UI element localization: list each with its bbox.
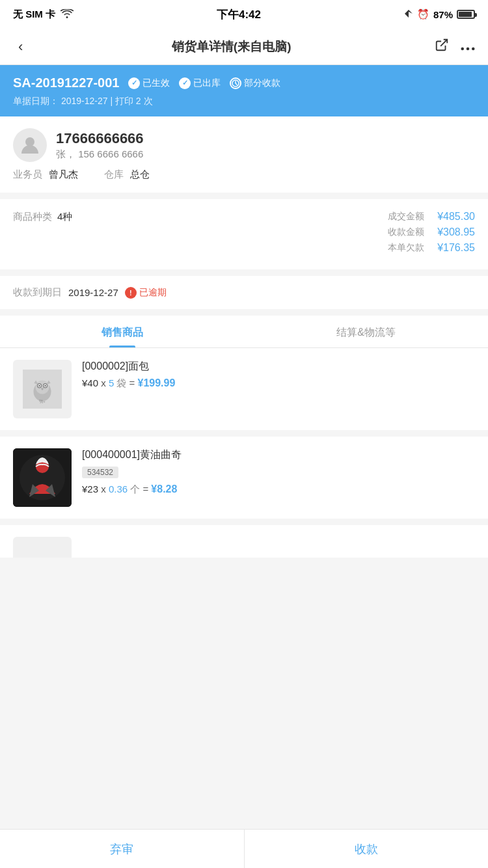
battery-text: 87%	[433, 9, 453, 20]
clock-icon	[230, 77, 241, 89]
stats-right: 成交金额 ¥485.30 收款金额 ¥308.95 本单欠款 ¥176.35	[388, 211, 475, 258]
badge-shipped: ✓ 已出库	[179, 77, 221, 89]
location-icon	[404, 9, 413, 20]
footer: 弃审 收款	[0, 829, 488, 868]
due-label: 收款到期日	[13, 286, 62, 299]
due-date-value: 2019-12-27	[68, 287, 118, 298]
cancel-review-button[interactable]: 弃审	[0, 830, 245, 868]
products-section: 鸮+ [0000002]面包 ¥40 x 5 袋 = ¥199.99	[0, 348, 488, 603]
svg-point-14	[44, 385, 46, 387]
customer-name-phone: 张， 156 6666 6666	[56, 148, 144, 161]
order-date-row: 单据日期： 2019-12-27 | 打印 2 次	[13, 96, 475, 107]
salesman-item: 业务员 曾凡杰	[13, 169, 78, 181]
warehouse-item: 仓库 总仓	[104, 169, 150, 181]
product-sku-2: 534532	[82, 467, 118, 478]
order-banner: SA-20191227-001 ✓ 已生效 ✓ 已出库 部分收款 单据日期： 2…	[0, 65, 488, 116]
svg-point-13	[38, 385, 40, 387]
tab-settlement[interactable]: 结算&物流等	[244, 316, 488, 347]
overdue-badge: ! 已逾期	[125, 287, 167, 299]
tabs-row: 销售商品 结算&物流等	[0, 316, 488, 348]
order-id: SA-20191227-001	[13, 75, 119, 90]
product-name-2: [000400001]黄油曲奇	[82, 448, 475, 462]
status-left: 无 SIM 卡	[13, 8, 74, 21]
amount-row: 成交金额 ¥485.30	[388, 211, 475, 223]
product-info-1: [0000002]面包 ¥40 x 5 袋 = ¥199.99	[82, 360, 475, 390]
stats-left: 商品种类 4种	[13, 211, 72, 223]
header-actions	[435, 38, 475, 55]
product-types: 商品种类 4种	[13, 211, 72, 223]
product-info-2: [000400001]黄油曲奇 534532 ¥23 x 0.36 个 = ¥8…	[82, 448, 475, 496]
carrier-text: 无 SIM 卡	[13, 8, 55, 21]
share-icon[interactable]	[435, 38, 449, 55]
check-icon: ✓	[128, 77, 140, 89]
status-right: ⏰ 87%	[404, 8, 475, 20]
svg-point-5	[25, 137, 34, 146]
product-item-2: [000400001]黄油曲奇 534532 ¥23 x 0.36 个 = ¥8…	[0, 437, 488, 519]
customer-phone: 17666666666	[56, 130, 144, 147]
stats-section: 商品种类 4种 成交金额 ¥485.30 收款金额 ¥308.95 本单欠款 ¥…	[0, 199, 488, 269]
svg-point-1	[461, 47, 464, 51]
due-section: 收款到期日 2019-12-27 ! 已逾期	[0, 276, 488, 309]
collect-button[interactable]: 收款	[245, 830, 489, 868]
svg-point-3	[472, 47, 475, 51]
svg-point-2	[467, 47, 470, 51]
header: ‹ 销货单详情(来自电脑)	[0, 29, 488, 65]
more-icon[interactable]	[461, 39, 475, 54]
customer-avatar	[13, 128, 47, 162]
product-thumbnail-1: 鸮+	[13, 360, 72, 418]
badge-partial: 部分收款	[230, 77, 280, 89]
check-icon-2: ✓	[179, 77, 191, 89]
alarm-icon: ⏰	[417, 8, 429, 20]
back-button[interactable]: ‹	[13, 33, 28, 61]
product-item-3-partial	[0, 525, 488, 558]
product-item: 鸮+ [0000002]面包 ¥40 x 5 袋 = ¥199.99	[0, 348, 488, 430]
tab-products[interactable]: 销售商品	[0, 316, 244, 347]
badge-effective: ✓ 已生效	[128, 77, 170, 89]
product-price-2: ¥23 x 0.36 个 = ¥8.28	[82, 483, 475, 496]
customer-section: 17666666666 张， 156 6666 6666 业务员 曾凡杰 仓库 …	[0, 116, 488, 193]
battery-icon	[457, 10, 475, 19]
svg-text:鸮+: 鸮+	[39, 400, 46, 403]
customer-meta: 业务员 曾凡杰 仓库 总仓	[13, 169, 475, 181]
product-price-1: ¥40 x 5 袋 = ¥199.99	[82, 377, 475, 390]
status-bar: 无 SIM 卡 下午4:42 ⏰ 87%	[0, 0, 488, 29]
wifi-icon	[61, 9, 74, 20]
overdue-icon: !	[125, 287, 137, 299]
svg-line-0	[441, 40, 447, 46]
status-time: 下午4:42	[217, 7, 261, 22]
product-thumbnail-2	[13, 448, 72, 507]
tabs-section: 销售商品 结算&物流等	[0, 316, 488, 348]
debt-row: 本单欠款 ¥176.35	[388, 242, 475, 254]
page-title: 销货单详情(来自电脑)	[172, 38, 291, 55]
product-name-1: [0000002]面包	[82, 360, 475, 373]
received-row: 收款金额 ¥308.95	[388, 226, 475, 238]
